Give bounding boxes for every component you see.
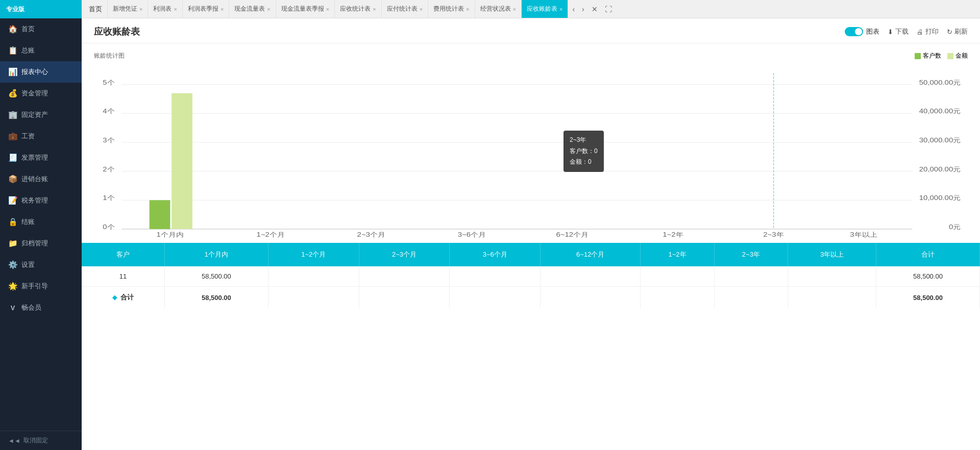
legend-customer-box [915,53,921,59]
tab-maximize-btn[interactable]: ⛶ [602,3,615,15]
footer-y12 [641,287,714,309]
footer-m12 [268,287,359,309]
download-button[interactable]: ⬇ 下载 [888,27,909,36]
legend-amount-label: 金额 [955,52,968,60]
vip-icon: V [8,304,17,312]
cell-m12 [268,266,359,287]
tab-profit-quarter-close[interactable]: × [220,6,224,12]
print-icon: 🖨 [917,28,923,36]
sidebar-item-assets[interactable]: 🏢 固定资产 [0,104,82,126]
tab-business-status-label: 经营状况表 [480,5,511,13]
sidebar-item-archive[interactable]: 📁 归档管理 [0,233,82,254]
tab-home-label: 首页 [89,5,102,14]
cell-m1: 58,500.00 [164,266,268,287]
sidebar-item-reports[interactable]: 📊 报表中心 [0,61,82,83]
col-y23: 2~3年 [714,243,788,266]
svg-text:0元: 0元 [949,223,961,231]
sidebar-item-label: 工资 [21,132,35,141]
refresh-button[interactable]: ↻ 刷新 [947,27,968,36]
tab-ar-aging[interactable]: 应收账龄表 × [522,0,568,18]
tab-cashflow-quarter-close[interactable]: × [326,6,329,12]
footer-m1: 58,500.00 [164,287,268,309]
svg-rect-21 [172,93,192,229]
tab-close-btn[interactable]: ✕ [589,3,601,15]
tab-new-voucher[interactable]: 新增凭证 × [108,0,148,18]
tab-profit[interactable]: 利润表 × [148,0,182,18]
sidebar-item-label: 税务管理 [21,196,48,205]
settings-icon: ⚙️ [8,260,17,269]
tab-business-status-close[interactable]: × [513,6,516,12]
sidebar-item-label: 归档管理 [21,239,48,248]
tab-new-voucher-close[interactable]: × [139,6,142,12]
tab-home[interactable]: 首页 [84,0,108,18]
sidebar-item-funds[interactable]: 💰 资金管理 [0,83,82,104]
sidebar-item-label: 新手引导 [21,282,48,291]
cell-m612 [541,266,641,287]
tab-ap-stats[interactable]: 应付统计表 × [382,0,428,18]
col-total: 合计 [876,243,980,266]
tab-next-btn[interactable]: › [579,3,587,15]
sidebar-item-tax[interactable]: 📝 税务管理 [0,190,82,211]
cell-total: 58,500.00 [876,266,980,287]
svg-text:2~3年: 2~3年 [763,231,784,238]
total-icon: ◆ [112,294,117,301]
refresh-label: 刷新 [954,27,968,36]
sidebar-pin-toggle[interactable]: ◄◄ 取消固定 [0,431,82,450]
svg-text:1~2年: 1~2年 [663,231,683,238]
reports-icon: 📊 [8,67,17,77]
tab-expense-stats-close[interactable]: × [466,6,469,12]
tab-profit-quarter[interactable]: 利润表季报 × [183,0,229,18]
col-m36: 3~6个月 [450,243,541,266]
svg-rect-20 [150,200,170,229]
tax-icon: 📝 [8,196,17,205]
sidebar-item-settings[interactable]: ⚙️ 设置 [0,254,82,276]
invoice-icon: 🧾 [8,153,17,162]
tab-ar-aging-close[interactable]: × [559,6,562,12]
svg-text:1个月内: 1个月内 [156,231,184,238]
sidebar-item-label: 固定资产 [21,110,48,119]
tab-ar-stats[interactable]: 应收统计表 × [335,0,381,18]
sidebar-item-vip[interactable]: V 畅会员 [0,297,82,318]
svg-text:40,000.00元: 40,000.00元 [919,108,961,115]
tab-cashflow[interactable]: 现金流量表 × [229,0,276,18]
tab-cashflow-quarter[interactable]: 现金流量表季报 × [276,0,335,18]
download-label: 下载 [895,27,909,36]
svg-text:2~3个月: 2~3个月 [357,231,386,238]
legend-amount-box [947,53,953,59]
tab-business-status[interactable]: 经营状况表 × [475,0,522,18]
svg-text:4个: 4个 [103,108,115,115]
funds-icon: 💰 [8,89,17,98]
tab-ar-stats-close[interactable]: × [373,6,376,12]
assets-icon: 🏢 [8,110,17,119]
footer-total: 58,500.00 [876,287,980,309]
sidebar-item-home[interactable]: 🏠 首页 [0,18,82,40]
sidebar-item-invoice[interactable]: 🧾 发票管理 [0,147,82,168]
legend-customer-label: 客户数 [923,52,941,60]
chart-toggle[interactable] [845,27,863,36]
cell-y3plus [788,266,876,287]
main-content: 首页 新增凭证 × 利润表 × 利润表季报 × 现金流量表 × 现金流量表季报 … [82,0,980,450]
footer-y3plus [788,287,876,309]
legend-customer: 客户数 [915,52,941,60]
sidebar-item-stock[interactable]: 📦 进销台账 [0,168,82,190]
header-actions: 图表 ⬇ 下载 🖨 打印 ↻ 刷新 [845,27,968,36]
sidebar-item-close[interactable]: 🔒 结账 [0,211,82,233]
sidebar-item-guide[interactable]: 🌟 新手引导 [0,276,82,297]
tab-ap-stats-close[interactable]: × [420,6,423,12]
sidebar-item-salary[interactable]: 💼 工资 [0,126,82,147]
tab-expense-stats[interactable]: 费用统计表 × [428,0,475,18]
print-button[interactable]: 🖨 打印 [917,27,939,36]
sidebar-item-label: 总账 [21,46,35,55]
chart-area: 账龄统计图 客户数 金额 0个 1个 2个 3个 4个 [82,43,980,243]
sidebar: 专业版 🏠 首页 📋 总账 📊 报表中心 💰 资金管理 🏢 固定资产 💼 工资 … [0,0,82,450]
footer-label: ◆ 合计 [82,287,164,309]
tab-cashflow-close[interactable]: × [267,6,270,12]
stock-icon: 📦 [8,174,17,184]
sidebar-item-ledger[interactable]: 📋 总账 [0,40,82,61]
sidebar-item-label: 畅会员 [21,303,41,312]
tab-profit-close[interactable]: × [174,6,177,12]
tab-prev-btn[interactable]: ‹ [569,3,578,15]
col-m612: 6~12个月 [541,243,641,266]
col-y3plus: 3年以上 [788,243,876,266]
tab-profit-label: 利润表 [153,5,172,13]
